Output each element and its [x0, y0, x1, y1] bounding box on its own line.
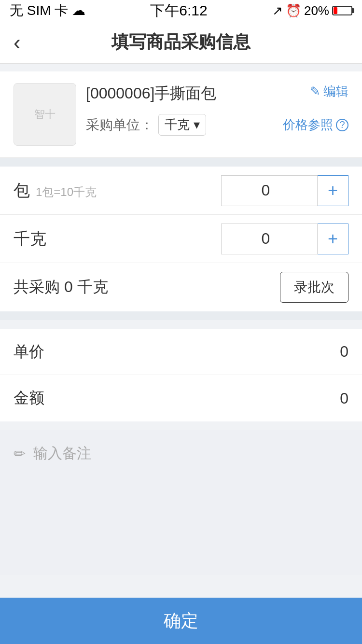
notes-section[interactable]: ✏ 输入备注	[0, 430, 362, 575]
notes-placeholder: 输入备注	[33, 444, 91, 463]
edit-button[interactable]: ✎ 编辑	[310, 83, 348, 100]
kg-label: 千克	[14, 228, 46, 250]
unit-price-row: 单价 0	[0, 329, 362, 375]
bag-input-row: 包 1包=10千克 +	[0, 167, 362, 215]
kg-input-control: +	[221, 224, 348, 254]
product-image: 智十	[14, 83, 76, 146]
alarm-icon: ⏰	[286, 3, 301, 18]
unit-value: 千克	[165, 116, 190, 133]
bag-number-input[interactable]	[221, 175, 318, 206]
nav-bar: ‹ 填写商品采购信息	[0, 21, 362, 64]
help-icon: ?	[336, 119, 348, 131]
unit-price-value: 0	[340, 343, 348, 361]
kg-input-row: 千克 +	[0, 215, 362, 263]
status-right: ↗ ⏰ 20%	[272, 3, 352, 18]
back-button[interactable]: ‹	[14, 30, 21, 55]
sim-status: 无 SIM 卡 ☁	[10, 1, 85, 20]
product-info: [0000006]手撕面包 ✎ 编辑 采购单位： 千克 ▾ 价格参照 ?	[86, 83, 348, 136]
status-left: 无 SIM 卡 ☁	[10, 1, 85, 20]
amount-value: 0	[340, 390, 348, 407]
edit-icon: ✎	[310, 84, 320, 99]
section-divider-2	[0, 311, 362, 320]
pencil-icon: ✏	[14, 445, 26, 462]
confirm-button[interactable]: 确定	[0, 598, 362, 644]
product-card: 智十 [0000006]手撕面包 ✎ 编辑 采购单位： 千克 ▾ 价格参照 ?	[0, 71, 362, 158]
section-divider-1	[0, 158, 362, 167]
bag-label: 包	[14, 180, 30, 202]
amount-label: 金额	[14, 388, 44, 409]
page-title: 填写商品采购信息	[111, 30, 251, 54]
bag-plus-button[interactable]: +	[318, 175, 348, 206]
total-text: 共采购 0 千克	[14, 277, 108, 298]
price-info-section: 单价 0 金额 0	[0, 329, 362, 421]
bag-input-control: +	[221, 175, 348, 206]
price-ref-label: 价格参照	[283, 116, 333, 133]
input-section: 包 1包=10千克 + 千克 + 共采购 0 千克 录批次	[0, 167, 362, 311]
kg-number-input[interactable]	[221, 224, 318, 254]
unit-label: 采购单位：	[86, 116, 153, 134]
product-name: [0000006]手撕面包	[86, 83, 216, 104]
battery-text: 20%	[304, 3, 329, 18]
location-icon: ↗	[272, 3, 283, 18]
notes-row: ✏ 输入备注	[14, 444, 348, 463]
chevron-down-icon: ▾	[194, 117, 200, 132]
price-ref-button[interactable]: 价格参照 ?	[283, 116, 348, 133]
unit-price-label: 单价	[14, 341, 44, 363]
kg-plus-button[interactable]: +	[318, 224, 348, 254]
status-bar: 无 SIM 卡 ☁ 下午6:12 ↗ ⏰ 20%	[0, 0, 362, 21]
unit-row: 采购单位： 千克 ▾ 价格参照 ?	[86, 114, 348, 136]
edit-label: 编辑	[323, 83, 348, 100]
bag-sub-label: 1包=10千克	[36, 184, 97, 200]
status-time: 下午6:12	[150, 1, 207, 21]
total-row: 共采购 0 千克 录批次	[0, 263, 362, 311]
bag-label-block: 包 1包=10千克	[14, 180, 97, 202]
amount-row: 金额 0	[0, 375, 362, 421]
product-name-row: [0000006]手撕面包 ✎ 编辑	[86, 83, 348, 104]
batch-button[interactable]: 录批次	[280, 272, 348, 303]
kg-label-block: 千克	[14, 228, 46, 250]
product-image-text: 智十	[34, 107, 56, 122]
unit-select[interactable]: 千克 ▾	[158, 114, 206, 136]
battery-icon	[332, 6, 352, 15]
